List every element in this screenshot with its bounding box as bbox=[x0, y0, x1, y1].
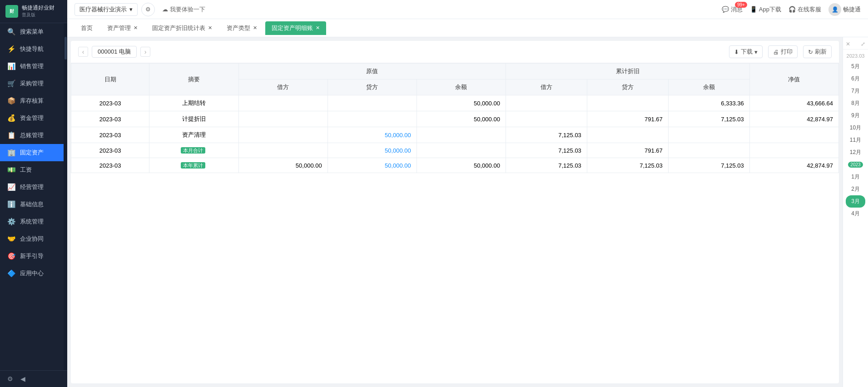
th-orig-balance: 余额 bbox=[417, 79, 506, 95]
cell-dep-debit bbox=[506, 111, 587, 127]
app-download-button[interactable]: 📱 App下载 bbox=[750, 5, 781, 14]
table-row: 2023-03 本月合计 50,000.00 7,125.03 791.67 bbox=[71, 143, 839, 158]
sidebar-item-采购管理[interactable]: 🛒采购管理 bbox=[0, 75, 64, 92]
cell-summary: 计提折旧 bbox=[149, 111, 238, 127]
logo-text: 畅捷通好业财 bbox=[22, 5, 55, 12]
timeline-month-6月[interactable]: 6月 bbox=[846, 73, 866, 85]
timeline-month-5月[interactable]: 5月 bbox=[846, 60, 866, 73]
logo-sub: 普及版 bbox=[22, 12, 55, 18]
prev-asset-button[interactable]: ‹ bbox=[78, 47, 88, 57]
main-content: 医疗器械行业演示 ▾ ⚙ ☁ 我要体验一下 💬 消息 99+ 📱 App下载 🎧… bbox=[67, 0, 868, 387]
menu-icon: 🔷 bbox=[7, 269, 15, 278]
sidebar-label: 应用中心 bbox=[20, 269, 44, 278]
print-button[interactable]: 🖨 打印 bbox=[768, 45, 798, 58]
sidebar-item-快捷导航[interactable]: ⚡快捷导航 bbox=[0, 40, 64, 58]
timeline-year-badge[interactable]: 2023 bbox=[846, 159, 866, 171]
timeline-month-10月[interactable]: 10月 bbox=[846, 122, 866, 134]
cell-date: 2023-03 bbox=[71, 143, 149, 158]
experience-button[interactable]: ☁ 我要体验一下 bbox=[162, 5, 205, 14]
message-badge: 99+ bbox=[735, 2, 747, 8]
tab-0[interactable]: 首页 bbox=[74, 21, 99, 35]
sidebar-item-固定资产[interactable]: 🏢固定资产 bbox=[0, 144, 64, 161]
timeline-month-9月[interactable]: 9月 bbox=[846, 109, 866, 122]
tab-close-icon[interactable]: ✕ bbox=[208, 25, 212, 31]
table-row: 2023-03 上期结转 50,000.00 6,333.36 43,666.6… bbox=[71, 95, 839, 111]
experience-label: 我要体验一下 bbox=[170, 5, 205, 14]
asset-name-text: 电脑 bbox=[119, 48, 131, 55]
refresh-icon: ↻ bbox=[808, 49, 813, 55]
timeline-month-4月[interactable]: 4月 bbox=[846, 208, 866, 220]
timeline-month-7月[interactable]: 7月 bbox=[846, 85, 866, 97]
refresh-button[interactable]: ↻ 刷新 bbox=[803, 45, 832, 58]
sidebar-item-工资[interactable]: 💵工资 bbox=[0, 161, 64, 179]
tab-close-icon[interactable]: ✕ bbox=[134, 25, 138, 31]
tabs-bar: 首页资产管理✕固定资产折旧统计表✕资产类型✕固定资产明细账✕ bbox=[67, 19, 868, 37]
sidebar-item-资金管理[interactable]: 💰资金管理 bbox=[0, 109, 64, 127]
download-button[interactable]: ⬇ 下载 ▾ bbox=[729, 45, 763, 58]
timeline-month-2月[interactable]: 2月 bbox=[846, 183, 866, 195]
sidebar: 财 畅捷通好业财 普及版 🔍搜索菜单⚡快捷导航📊销售管理🛒采购管理📦库存核算💰资… bbox=[0, 0, 67, 387]
tab-label: 固定资产折旧统计表 bbox=[152, 24, 205, 32]
sidebar-item-搜索菜单[interactable]: 🔍搜索菜单 bbox=[0, 23, 64, 40]
timeline-month-8月[interactable]: 8月 bbox=[846, 97, 866, 109]
tab-4[interactable]: 固定资产明细账✕ bbox=[265, 21, 326, 35]
cell-dep-credit: 7,125.03 bbox=[587, 158, 668, 173]
timeline-month-3月[interactable]: 3月 bbox=[846, 195, 866, 208]
cell-date: 2023-03 bbox=[71, 111, 149, 127]
settings-button[interactable]: ⚙ bbox=[141, 3, 155, 16]
th-dep-debit: 借方 bbox=[506, 79, 587, 95]
company-selector[interactable]: 医疗器械行业演示 ▾ bbox=[74, 3, 138, 16]
download-icon: 📱 bbox=[750, 6, 757, 13]
settings-icon[interactable]: ⚙ bbox=[7, 375, 13, 382]
topbar: 医疗器械行业演示 ▾ ⚙ ☁ 我要体验一下 💬 消息 99+ 📱 App下载 🎧… bbox=[67, 0, 868, 19]
tab-1[interactable]: 资产管理✕ bbox=[101, 21, 144, 35]
sidebar-item-销售管理[interactable]: 📊销售管理 bbox=[0, 58, 64, 75]
menu-icon: ⚙️ bbox=[7, 218, 15, 226]
sidebar-label: 资金管理 bbox=[20, 114, 44, 122]
tab-2[interactable]: 固定资产折旧统计表✕ bbox=[146, 21, 218, 35]
sidebar-item-应用中心[interactable]: 🔷应用中心 bbox=[0, 265, 64, 282]
sidebar-item-系统管理[interactable]: ⚙️系统管理 bbox=[0, 213, 64, 230]
tab-close-icon[interactable]: ✕ bbox=[253, 25, 257, 31]
th-orig-debit: 借方 bbox=[238, 79, 327, 95]
expand-icon[interactable]: ⤢ bbox=[861, 41, 865, 47]
sidebar-item-新手引导[interactable]: 🎯新手引导 bbox=[0, 248, 64, 265]
cell-orig-balance: 50,000.00 bbox=[417, 158, 506, 173]
sidebar-item-总账管理[interactable]: 📋总账管理 bbox=[0, 127, 64, 144]
chevron-down-icon: ▾ bbox=[129, 6, 133, 13]
cell-date: 2023-03 bbox=[71, 95, 149, 111]
print-label: 打印 bbox=[781, 48, 793, 56]
collapse-icon[interactable]: ◀ bbox=[20, 375, 25, 382]
tab-3[interactable]: 资产类型✕ bbox=[220, 21, 263, 35]
customer-service-button[interactable]: 🎧 在线客服 bbox=[789, 5, 821, 14]
sidebar-item-基础信息[interactable]: ℹ️基础信息 bbox=[0, 196, 64, 213]
table-row: 2023-03 计提折旧 50,000.00 791.67 7,125.03 4… bbox=[71, 111, 839, 127]
cell-summary: 本月合计 bbox=[149, 143, 238, 158]
sidebar-item-经营管理[interactable]: 📈经营管理 bbox=[0, 179, 64, 196]
cell-orig-debit bbox=[238, 127, 327, 143]
asset-code: 000001 bbox=[98, 48, 117, 55]
sidebar-item-企业协同[interactable]: 🤝企业协同 bbox=[0, 230, 64, 248]
asset-nav: ‹ 000001 电脑 › ⬇ 下载 ▾ 🖨 打印 bbox=[71, 41, 839, 63]
sidebar-item-库存核算[interactable]: 📦库存核算 bbox=[0, 92, 64, 109]
timeline-month-1月[interactable]: 1月 bbox=[846, 171, 866, 183]
timeline-month-11月[interactable]: 11月 bbox=[846, 134, 866, 146]
close-icon[interactable]: ✕ bbox=[846, 41, 850, 47]
th-dep-balance: 余额 bbox=[668, 79, 749, 95]
cell-summary: 资产清理 bbox=[149, 127, 238, 143]
cell-date: 2023-03 bbox=[71, 158, 149, 173]
user-menu[interactable]: 👤 畅捷通 bbox=[828, 3, 861, 16]
message-icon: 💬 bbox=[722, 6, 729, 13]
sidebar-logo: 财 畅捷通好业财 普及版 bbox=[0, 0, 67, 23]
cell-orig-balance bbox=[417, 143, 506, 158]
tab-close-icon[interactable]: ✕ bbox=[316, 25, 320, 31]
table-row: 2023-03 资产清理 50,000.00 7,125.03 bbox=[71, 127, 839, 143]
tab-label: 首页 bbox=[81, 24, 93, 32]
th-orig-credit: 贷方 bbox=[327, 79, 417, 95]
th-date: 日期 bbox=[71, 64, 149, 95]
timeline-month-12月[interactable]: 12月 bbox=[846, 146, 866, 159]
sidebar-label: 搜索菜单 bbox=[20, 28, 44, 36]
message-button[interactable]: 💬 消息 99+ bbox=[722, 5, 743, 14]
asset-nav-actions: ⬇ 下载 ▾ 🖨 打印 ↻ 刷新 bbox=[729, 45, 832, 58]
next-asset-button[interactable]: › bbox=[140, 47, 150, 57]
